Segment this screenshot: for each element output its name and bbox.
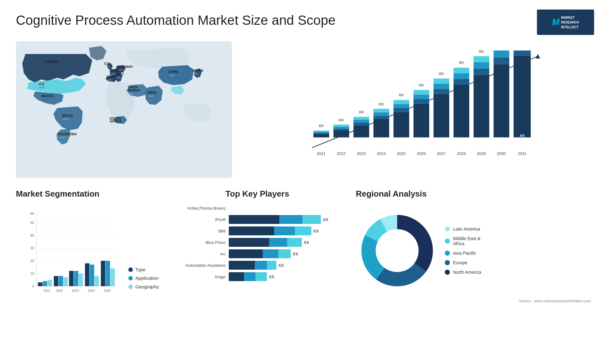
svg-text:2021: 2021 (317, 152, 326, 156)
seg-content: 0 10 20 30 40 50 60 (16, 204, 159, 299)
player-row-automation: Automation Anywhere XX (175, 261, 340, 270)
svg-rect-45 (354, 125, 369, 138)
player-value-automation: XX (278, 263, 284, 268)
svg-rect-50 (374, 119, 390, 138)
players-container: Top Key Players Kofax(Thoma Bravo) IPsof… (172, 186, 343, 307)
svg-rect-83 (514, 56, 531, 137)
player-row-inc: Inc XX (175, 249, 340, 258)
svg-rect-57 (394, 104, 410, 108)
svg-text:xx%: xx% (60, 136, 65, 139)
svg-rect-117 (58, 276, 63, 286)
player-bar-inc: XX (229, 249, 340, 258)
top-section: CANADA xx% U.S. xx% MEXICO xx% U.K. xx% … (16, 41, 594, 178)
svg-text:xx%: xx% (105, 65, 110, 68)
legend-north-america: North America (445, 270, 481, 275)
player-name-ibm: IBM (175, 229, 226, 233)
player-value-ibm: XX (313, 229, 319, 233)
player-value-inc: XX (293, 252, 298, 256)
svg-rect-82 (494, 51, 510, 57)
svg-rect-46 (354, 123, 369, 125)
player-value-arago: XX (269, 274, 274, 279)
svg-rect-130 (110, 268, 115, 286)
svg-text:2021: 2021 (43, 289, 51, 293)
label-north-america: North America (453, 270, 481, 275)
svg-rect-77 (474, 62, 490, 69)
svg-text:40: 40 (30, 233, 34, 237)
svg-text:2024: 2024 (377, 152, 386, 156)
svg-text:xx%: xx% (129, 92, 133, 95)
svg-text:xx%: xx% (149, 95, 153, 98)
svg-text:xx%: xx% (111, 123, 115, 126)
svg-text:INDIA: INDIA (148, 91, 157, 94)
svg-text:AFRICA: AFRICA (110, 120, 122, 123)
svg-text:JAPAN: JAPAN (193, 69, 203, 72)
svg-rect-128 (101, 261, 105, 286)
svg-text:xx%: xx% (193, 72, 198, 75)
svg-text:30: 30 (30, 246, 34, 250)
player-bar-automation: XX (229, 261, 340, 270)
header: Cognitive Process Automation Market Size… (16, 10, 594, 35)
svg-rect-51 (374, 116, 390, 119)
svg-text:xx%: xx% (170, 74, 174, 77)
svg-rect-41 (334, 129, 349, 131)
svg-rect-118 (63, 277, 68, 286)
svg-rect-70 (454, 85, 470, 138)
legend-label-geography: Geography (135, 284, 159, 289)
svg-rect-125 (90, 265, 94, 286)
svg-rect-76 (474, 69, 490, 75)
svg-rect-116 (54, 276, 58, 286)
svg-text:xx%: xx% (46, 64, 51, 67)
svg-text:XX: XX (520, 133, 525, 138)
svg-text:2026: 2026 (417, 152, 426, 156)
logo-area: M MARKET RESEARCH INTELLECT (537, 10, 594, 35)
svg-rect-63 (414, 90, 430, 94)
svg-rect-73 (454, 68, 470, 73)
player-bar-ibm: XX (229, 226, 340, 235)
svg-rect-78 (474, 56, 490, 62)
svg-rect-121 (74, 271, 78, 286)
page-container: Cognitive Process Automation Market Size… (0, 0, 610, 364)
legend-middle-east-africa: Middle East &Africa (445, 236, 481, 246)
svg-rect-84 (514, 51, 531, 56)
svg-text:20: 20 (30, 259, 34, 263)
donut-chart-wrap (356, 209, 438, 292)
svg-rect-36 (314, 133, 329, 134)
svg-rect-40 (334, 131, 349, 138)
svg-rect-35 (314, 134, 329, 138)
svg-text:XX: XX (479, 49, 484, 53)
dot-latin-america (445, 226, 450, 232)
player-row-blueprism: Blue Prism XX (175, 238, 340, 247)
svg-rect-75 (474, 75, 490, 138)
svg-text:2031: 2031 (518, 152, 526, 156)
svg-rect-65 (434, 94, 450, 138)
logo-m-letter: M (551, 16, 560, 28)
label-latin-america: Latin America (453, 226, 480, 232)
player-row-kofax: Kofax(Thoma Bravo) (175, 204, 340, 212)
svg-text:BRAZIL: BRAZIL (62, 114, 74, 118)
svg-text:xx%: xx% (107, 79, 112, 82)
player-bar-blueprism: XX (229, 238, 340, 247)
player-name-kofax: Kofax(Thoma Bravo) (175, 206, 226, 211)
label-middle-east-africa: Middle East &Africa (453, 236, 480, 246)
svg-rect-81 (494, 57, 510, 64)
svg-text:U.K.: U.K. (104, 62, 111, 65)
svg-text:XX: XX (399, 93, 404, 97)
svg-text:ARGENTINA: ARGENTINA (58, 132, 77, 136)
svg-rect-124 (85, 263, 89, 286)
svg-text:XX: XX (379, 102, 384, 106)
svg-rect-52 (374, 112, 390, 116)
dot-asia-pacific (445, 251, 450, 256)
svg-text:XX: XX (339, 118, 344, 122)
player-bar-ipsoft: XX (229, 215, 340, 224)
bar-chart-container: XX XX XX XX (241, 41, 594, 178)
svg-rect-71 (454, 79, 470, 85)
player-value-ipsoft: XX (323, 217, 328, 222)
player-bar-arago: XX (229, 272, 340, 281)
segmentation-container: Market Segmentation 0 10 20 30 40 50 60 (16, 186, 162, 307)
logo-box: M MARKET RESEARCH INTELLECT (537, 10, 594, 35)
svg-text:60: 60 (30, 212, 34, 215)
svg-text:xx%: xx% (43, 98, 48, 101)
players-title: Top Key Players (175, 189, 340, 199)
svg-text:XX: XX (319, 124, 324, 128)
svg-rect-55 (394, 112, 410, 138)
